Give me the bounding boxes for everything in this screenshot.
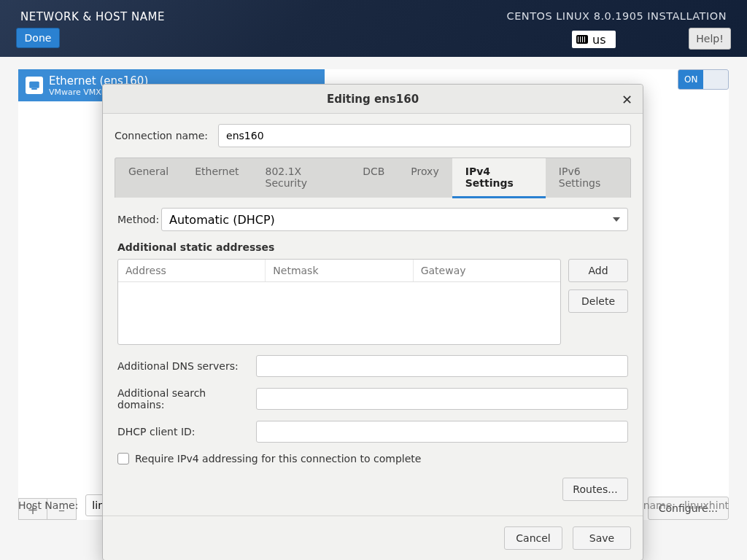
dns-servers-input[interactable] xyxy=(256,355,628,377)
tab-dcb[interactable]: DCB xyxy=(349,158,398,198)
tab-general[interactable]: General xyxy=(115,158,182,198)
add-address-button[interactable]: Add xyxy=(568,259,628,282)
method-label: Method: xyxy=(117,214,161,225)
tab-ethernet[interactable]: Ethernet xyxy=(182,158,252,198)
help-button[interactable]: Help! xyxy=(689,28,731,50)
tab-ipv4[interactable]: IPv4 Settings xyxy=(452,158,546,198)
keyboard-icon xyxy=(576,35,588,44)
ethernet-icon xyxy=(26,77,43,94)
addresses-table[interactable]: Address Netmask Gateway xyxy=(117,259,561,345)
require-ipv4-checkbox[interactable] xyxy=(117,453,129,464)
tab-ipv6[interactable]: IPv6 Settings xyxy=(546,158,630,198)
edit-connection-dialog: Editing ens160 ✕ Connection name: Genera… xyxy=(102,84,643,560)
svg-rect-0 xyxy=(29,82,39,88)
tab-proxy[interactable]: Proxy xyxy=(398,158,452,198)
keyboard-layout-label: us xyxy=(592,33,605,47)
routes-button[interactable]: Routes... xyxy=(562,478,628,501)
svg-rect-1 xyxy=(31,88,37,90)
cancel-button[interactable]: Cancel xyxy=(504,526,562,550)
tab-strip: General Ethernet 802.1X Security DCB Pro… xyxy=(115,158,631,198)
delete-address-button[interactable]: Delete xyxy=(568,289,628,313)
installer-topbar: NETWORK & HOST NAME CENTOS LINUX 8.0.190… xyxy=(0,0,747,57)
connection-name-label: Connection name: xyxy=(115,130,208,141)
toggle-label: ON xyxy=(678,74,697,85)
dialog-title: Editing ens160 xyxy=(327,93,419,106)
connection-name-input[interactable] xyxy=(218,124,631,147)
spoke-title: NETWORK & HOST NAME xyxy=(20,10,165,23)
ipv4-settings-pane: Method: Automatic (DHCP) Additional stat… xyxy=(115,198,631,504)
current-hostname-value: linuxhint xyxy=(684,499,729,511)
col-address: Address xyxy=(118,260,266,281)
col-netmask: Netmask xyxy=(266,260,413,281)
hostname-label: Host Name: xyxy=(18,499,78,511)
search-domains-input[interactable] xyxy=(256,388,628,410)
product-title: CENTOS LINUX 8.0.1905 INSTALLATION xyxy=(507,10,727,22)
require-ipv4-label: Require IPv4 addressing for this connect… xyxy=(135,453,421,464)
done-button[interactable]: Done xyxy=(16,28,60,48)
nic-toggle[interactable]: ON xyxy=(678,69,729,90)
dhcp-client-id-input[interactable] xyxy=(256,421,628,443)
dhcp-client-id-label: DHCP client ID: xyxy=(117,426,256,438)
search-domains-label: Additional search domains: xyxy=(117,387,256,411)
save-button[interactable]: Save xyxy=(573,526,631,550)
keyboard-indicator[interactable]: us xyxy=(572,31,616,48)
col-gateway: Gateway xyxy=(414,260,560,281)
method-value: Automatic (DHCP) xyxy=(169,213,275,227)
dns-servers-label: Additional DNS servers: xyxy=(117,360,256,372)
additional-addresses-heading: Additional static addresses xyxy=(117,241,628,253)
chevron-down-icon xyxy=(613,217,620,222)
dialog-titlebar: Editing ens160 ✕ xyxy=(103,85,643,114)
method-select[interactable]: Automatic (DHCP) xyxy=(161,208,628,231)
close-icon[interactable]: ✕ xyxy=(622,92,632,107)
tab-8021x[interactable]: 802.1X Security xyxy=(252,158,350,198)
